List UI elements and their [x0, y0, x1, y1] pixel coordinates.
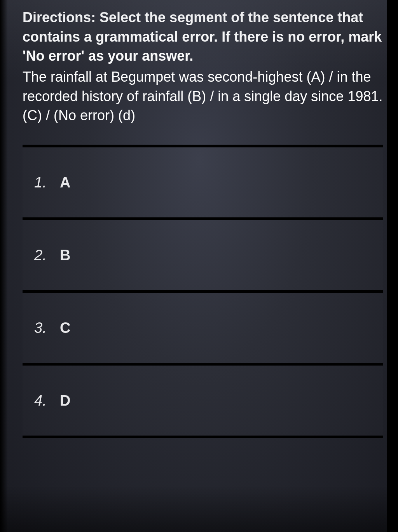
option-number: 2.	[34, 247, 50, 264]
option-number: 3.	[34, 320, 50, 336]
options-list: 1. A 2. B 3. C 4. D	[23, 145, 383, 524]
option-label: C	[60, 320, 70, 336]
option-divider	[23, 436, 383, 438]
option-c[interactable]: 3. C	[23, 293, 383, 363]
question-directions: Directions: Select the segment of the se…	[23, 9, 382, 64]
option-number: 1.	[34, 174, 50, 191]
quiz-screen: Directions: Select the segment of the se…	[0, 0, 398, 532]
question-block: Directions: Select the segment of the se…	[23, 8, 383, 145]
right-bezel	[387, 0, 398, 532]
option-divider	[23, 145, 383, 147]
option-label: D	[60, 392, 70, 409]
left-edge-shadow	[0, 0, 8, 532]
option-divider	[23, 217, 383, 220]
option-label: B	[60, 247, 70, 264]
option-divider	[23, 363, 383, 366]
option-divider	[23, 290, 383, 293]
option-b[interactable]: 2. B	[23, 220, 383, 290]
option-label: A	[60, 174, 70, 191]
question-sentence: The rainfall at Begumpet was second-high…	[23, 67, 383, 125]
option-a[interactable]: 1. A	[23, 147, 383, 217]
option-number: 4.	[34, 392, 50, 409]
option-d[interactable]: 4. D	[23, 366, 383, 436]
